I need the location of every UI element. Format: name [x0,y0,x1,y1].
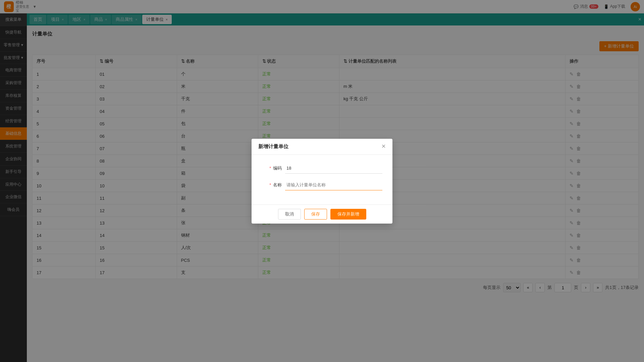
save-new-button[interactable]: 保存并新增 [330,209,366,220]
modal-body: * 编码 * 名称 [252,155,392,204]
name-input[interactable] [285,180,382,190]
code-input[interactable] [285,163,382,174]
modal-overlay: 新增计量单位 ✕ * 编码 * 名称 取消 保存 保存并新增 [0,0,644,362]
save-button[interactable]: 保存 [304,209,327,220]
form-row-name: * 名称 [262,180,382,190]
modal-close-button[interactable]: ✕ [381,144,386,149]
name-label: * 名称 [262,182,282,188]
modal-title: 新增计量单位 [258,143,288,150]
modal-footer: 取消 保存 保存并新增 [252,204,392,224]
code-label: * 编码 [262,165,282,171]
form-row-code: * 编码 [262,163,382,174]
modal-header: 新增计量单位 ✕ [252,139,392,155]
modal-add-unit: 新增计量单位 ✕ * 编码 * 名称 取消 保存 保存并新增 [252,139,392,224]
cancel-button[interactable]: 取消 [278,209,301,220]
